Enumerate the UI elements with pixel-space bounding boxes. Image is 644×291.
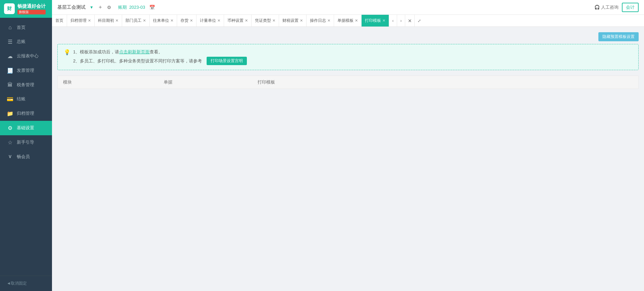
period-label: 账期 2023-03 [118,4,145,10]
tab-inventory[interactable]: 存货 ✕ [177,15,197,27]
sidebar-item-reports[interactable]: ☁ 云报表中心 [0,49,52,63]
tab-home[interactable]: 首页 [52,15,67,27]
sidebar-item-basic[interactable]: ⚙ 基础设置 [0,121,52,135]
topbar-right: 🎧 人工咨询 会计 [594,3,639,12]
tab-close-icon[interactable]: ✕ [300,18,303,23]
tab-close-icon[interactable]: ✕ [327,18,330,23]
tab-close-icon[interactable]: ✕ [190,18,193,23]
print-scene-button[interactable]: 打印场景设置宫明 [207,57,247,65]
notice-line-2: 💡 2、多员工、多打印机、多种业务类型设置不同打印方案等，请参考 打印场景设置宫… [64,57,632,65]
sidebar: 财 畅捷通好会计 旗舰版 ⌂ 首页 ☰ 总账 ☁ 云报表中心 🧾 发票管理 🏛 … [0,0,52,291]
calendar-icon[interactable]: 📅 [149,5,155,10]
reports-icon: ☁ [7,53,13,59]
archive-icon: 📁 [7,110,13,117]
expand-button[interactable]: ⤢ [415,15,424,27]
sidebar-item-label: 归档管理 [17,110,34,116]
settings-icon[interactable]: ⚙ [107,5,111,10]
sidebar-item-label: 新手引导 [17,139,34,145]
basic-icon: ⚙ [7,125,13,131]
logo-icon: 财 [4,3,15,14]
sidebar-logo: 财 畅捷通好会计 旗舰版 [0,0,52,18]
sidebar-item-label: 畅会员 [17,154,30,160]
tab-close-icon[interactable]: ✕ [245,18,248,23]
tabbar: 首页 归档管理 ✕ 科目期初 ✕ 部门员工 ✕ 往来单位 ✕ 存货 ✕ 计量单位… [52,15,644,27]
home-icon: ⌂ [7,25,13,31]
refresh-link[interactable]: 点击刷新新页面 [119,49,150,54]
sidebar-item-invoice[interactable]: 🧾 发票管理 [0,63,52,78]
sidebar-item-tax[interactable]: 🏛 税务管理 [0,78,52,92]
col-print-template: 打印模板 [252,79,638,85]
ledger-icon: ☰ [7,39,13,45]
bulb-icon: 💡 [64,49,70,55]
company-dropdown[interactable]: ▼ [90,5,94,10]
main-area: 基层工会测试 ▼ ＋ ⚙ 账期 2023-03 📅 🎧 人工咨询 会计 首页 归… [52,0,644,291]
tab-print-template[interactable]: 打印模板 ✕ [362,15,389,27]
company-name: 基层工会测试 [57,4,86,10]
tab-prev-button[interactable]: ‹ [389,15,397,27]
help-button[interactable]: 🎧 人工咨询 [594,4,619,10]
invoice-icon: 🧾 [7,67,13,74]
tab-close-icon[interactable]: ✕ [88,18,91,23]
logo-text: 畅捷通好会计 旗舰版 [17,3,46,14]
tab-close-icon[interactable]: ✕ [217,18,220,23]
tab-voucher-type[interactable]: 凭证类型 ✕ [252,15,279,27]
tab-close-icon[interactable]: ✕ [170,18,173,23]
tab-next-button[interactable]: › [397,15,405,27]
tab-close-icon[interactable]: ✕ [143,18,146,23]
tab-close-icon[interactable]: ✕ [272,18,275,23]
tab-tax-setting[interactable]: 财税设置 ✕ [279,15,307,27]
app-badge: 旗舰版 [17,10,46,14]
tab-unit[interactable]: 计量单位 ✕ [197,15,224,27]
tab-counterpart[interactable]: 往来单位 ✕ [150,15,177,27]
tab-close-icon[interactable]: ✕ [115,18,118,23]
tab-department[interactable]: 部门员工 ✕ [122,15,150,27]
member-icon: V [7,154,13,159]
notice-line-1: 💡 1、模板添加成功后，请点击刷新新页面查看。 [64,49,632,55]
table-header: 模块 单据 打印模板 [57,76,639,89]
sidebar-item-ledger[interactable]: ☰ 总账 [0,35,52,49]
tab-subject[interactable]: 科目期初 ✕ [95,15,122,27]
sidebar-item-label: 税务管理 [17,82,34,88]
sidebar-item-closing[interactable]: 💳 结账 [0,92,52,106]
sidebar-item-label: 云报表中心 [17,53,39,59]
closing-icon: 💳 [7,96,13,102]
sidebar-item-label: 发票管理 [17,67,34,74]
topbar: 基层工会测试 ▼ ＋ ⚙ 账期 2023-03 📅 🎧 人工咨询 会计 [52,0,644,15]
sidebar-item-guide[interactable]: ☆ 新手引导 [0,135,52,150]
sidebar-item-member[interactable]: V 畅会员 [0,150,52,164]
kuaiji-button[interactable]: 会计 [622,3,639,12]
notice-box: 💡 1、模板添加成功后，请点击刷新新页面查看。 💡 2、多员工、多打印机、多种业… [57,44,639,70]
content-area: 隐藏预置模板设置 💡 1、模板添加成功后，请点击刷新新页面查看。 💡 2、多员工… [52,27,644,291]
sidebar-item-home[interactable]: ⌂ 首页 [0,20,52,35]
tab-close-icon[interactable]: ✕ [382,18,385,23]
guide-icon: ☆ [7,139,13,146]
hide-template-button[interactable]: 隐藏预置模板设置 [598,32,639,41]
sidebar-item-label: 结账 [17,96,25,102]
tax-icon: 🏛 [7,82,13,88]
tab-archive[interactable]: 归档管理 ✕ [67,15,95,27]
tab-voucher-template[interactable]: 单据模板 ✕ [334,15,362,27]
sidebar-item-label: 首页 [17,25,25,31]
col-voucher: 单据 [158,79,252,85]
col-module: 模块 [58,79,158,85]
tab-log[interactable]: 操作日志 ✕ [307,15,334,27]
tab-close-icon[interactable]: ✕ [355,18,358,23]
sidebar-item-label: 基础设置 [17,125,34,131]
tab-currency[interactable]: 币种设置 ✕ [224,15,252,27]
period-value: 2023-03 [129,5,145,10]
add-tab-button[interactable]: ＋ [98,4,103,11]
sidebar-item-archive[interactable]: 📁 归档管理 [0,106,52,121]
app-name: 畅捷通好会计 [17,3,46,9]
headset-icon: 🎧 [594,5,600,10]
close-all-tabs-button[interactable]: ✕ [405,15,415,27]
sidebar-nav: ⌂ 首页 ☰ 总账 ☁ 云报表中心 🧾 发票管理 🏛 税务管理 💳 结账 📁 归… [0,18,52,276]
sidebar-unpin[interactable]: ◄取消固定 [0,276,52,291]
sidebar-item-label: 总账 [17,39,25,45]
